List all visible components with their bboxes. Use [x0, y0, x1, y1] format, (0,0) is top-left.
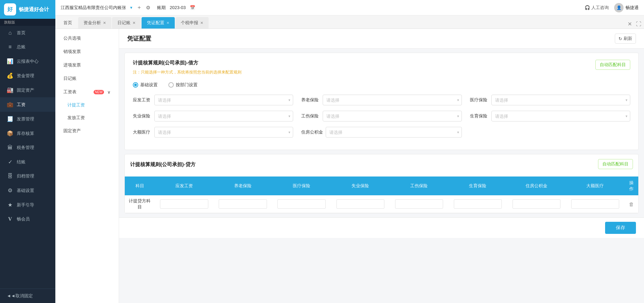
tab-journal-close[interactable]: ✕	[132, 21, 136, 25]
label-medical: 医疗保险	[470, 97, 489, 103]
auto-match-credit-button[interactable]: 自动匹配科目	[598, 159, 633, 169]
sidebar-item-settings[interactable]: ⚙ 基础设置	[0, 183, 55, 198]
user-menu[interactable]: 👤 畅捷通	[614, 3, 639, 12]
company-dropdown-icon[interactable]: ▾	[130, 5, 132, 10]
tab-home[interactable]: 首页	[58, 17, 77, 29]
td-unemployment-input[interactable]	[336, 199, 384, 209]
delete-row-button[interactable]: 🗑	[629, 201, 634, 207]
td-large-medical-input[interactable]	[571, 199, 619, 209]
sidebar-unpin-label: ◄◄取消固定	[7, 293, 33, 299]
select-unemployment[interactable]: 请选择	[154, 111, 293, 121]
app-name: 畅捷通好会计	[19, 6, 49, 12]
td-maternity-input[interactable]	[454, 199, 502, 209]
sidebar-item-reports[interactable]: 📊 云报表中心	[0, 54, 55, 68]
username: 畅捷通	[626, 5, 639, 11]
td-subject-label: 计提贷方科目	[125, 195, 155, 213]
sidebar-logo: 好 畅捷通好会计	[0, 0, 55, 19]
field-unemployment: 失业保险 请选择 ▾	[133, 111, 293, 121]
sidebar-label-closing: 结账	[17, 159, 25, 165]
expand-window-icon[interactable]: ⛶	[636, 21, 641, 27]
select-wage[interactable]: 请选择	[154, 95, 293, 105]
sidebar-item-assets[interactable]: 🏭 固定资产	[0, 83, 55, 97]
submenu-salary-table[interactable]: 工资表 NEW ∨	[55, 85, 119, 99]
sidebar-item-home[interactable]: ⌂ 首页	[0, 26, 55, 40]
invoices-icon: 🧾	[7, 116, 13, 122]
tab-journal-label: 日记账	[117, 20, 130, 26]
td-housing-fund-input[interactable]	[513, 199, 560, 209]
sidebar-item-closing[interactable]: ✓ 结账	[0, 155, 55, 169]
td-pension-input[interactable]	[219, 199, 267, 209]
submenu-pay-salary[interactable]: 发放工资	[55, 111, 119, 124]
field-wage: 应发工资 请选择 ▾	[133, 95, 293, 105]
tab-funds-label: 资金分析	[84, 20, 101, 26]
select-pension-wrapper: 请选择 ▾	[323, 95, 462, 105]
ledger-icon: ≡	[7, 44, 13, 50]
sidebar-unpin[interactable]: ◄◄取消固定	[0, 289, 55, 303]
sidebar-label-home: 首页	[17, 30, 25, 36]
th-large-medical: 大额医疗	[566, 176, 625, 195]
radio-basic[interactable]: 基础设置	[133, 82, 158, 88]
window-controls: ✕ ⛶	[628, 21, 641, 29]
add-company-button[interactable]: ＋	[137, 4, 142, 11]
th-pension: 养老保险	[213, 176, 272, 195]
page-header: 凭证配置 ↻ 刷新	[119, 29, 644, 49]
sidebar-item-inventory[interactable]: 📦 库存核算	[0, 126, 55, 141]
select-pension[interactable]: 请选择	[323, 95, 462, 105]
calendar-icon[interactable]: 📅	[190, 5, 195, 10]
save-button[interactable]: 保存	[605, 222, 636, 234]
submenu-calc-salary[interactable]: 计提工资	[55, 99, 119, 111]
sidebar-item-salary[interactable]: 💼 工资	[0, 97, 55, 112]
select-housing-fund[interactable]: 请选择	[326, 127, 462, 138]
sidebar-label-assets: 固定资产	[17, 87, 34, 93]
sidebar-item-funds[interactable]: 💰 资金管理	[0, 68, 55, 83]
select-maternity[interactable]: 请选择	[491, 111, 630, 121]
select-medical[interactable]: 请选择	[491, 95, 630, 105]
refresh-button[interactable]: ↻ 刷新	[615, 34, 636, 44]
submenu-fixed-assets[interactable]: 固定资产	[55, 124, 119, 138]
tab-tax[interactable]: 个税申报 ✕	[175, 17, 209, 29]
sidebar-item-archive[interactable]: 🗄 归档管理	[0, 169, 55, 183]
select-work-injury-wrapper: 请选择 ▾	[323, 111, 462, 121]
submenu-public[interactable]: 公共选项	[55, 32, 119, 45]
th-housing-fund: 住房公积金	[507, 176, 566, 195]
period-value: 2023-03	[170, 5, 186, 10]
page-content: 凭证配置 ↻ 刷新 计提核算规则(公司承担)-借方 注：只能选择一种方式，系统将…	[119, 29, 644, 303]
tab-voucher[interactable]: 凭证配置 ✕	[142, 17, 175, 29]
refresh-icon: ↻	[619, 36, 622, 41]
th-work-injury: 工伤保险	[390, 176, 448, 195]
home-icon: ⌂	[7, 30, 13, 36]
td-maternity-input-cell	[448, 195, 507, 213]
settings-icon: ⚙	[7, 187, 13, 194]
select-maternity-wrapper: 请选择 ▾	[491, 111, 630, 121]
radio-department[interactable]: 按部门设置	[168, 82, 198, 88]
app-logo-icon: 好	[4, 3, 16, 15]
sidebar-item-vip[interactable]: V 畅会员	[0, 212, 55, 226]
sidebar-item-guide[interactable]: ★ 新手引导	[0, 198, 55, 212]
tab-funds-close[interactable]: ✕	[103, 21, 106, 25]
tab-journal[interactable]: 日记账 ✕	[112, 17, 141, 29]
tab-tax-close[interactable]: ✕	[200, 21, 203, 25]
form-row-3: 大额医疗 请选择 ▾ 住房公积金 请选择	[133, 127, 630, 138]
select-large-medical-wrapper: 请选择 ▾	[154, 127, 293, 138]
tab-voucher-close[interactable]: ✕	[166, 21, 169, 25]
td-medical-input[interactable]	[277, 199, 325, 209]
closing-icon: ✓	[7, 159, 13, 165]
support-button[interactable]: 🎧 人工咨询	[585, 5, 609, 11]
sidebar-item-ledger[interactable]: ≡ 总账	[0, 40, 55, 54]
settings-button[interactable]: ⚙	[146, 5, 150, 11]
sidebar-item-invoices[interactable]: 🧾 发票管理	[0, 112, 55, 126]
section2-title: 计提核算规则(公司承担)-贷方	[130, 161, 196, 168]
td-work-injury-input[interactable]	[395, 199, 443, 209]
auto-match-debit-button[interactable]: 自动匹配科目	[595, 60, 630, 70]
submenu-journal[interactable]: 日记账	[55, 72, 119, 85]
submenu-purchase-invoice[interactable]: 进项发票	[55, 58, 119, 72]
select-work-injury[interactable]: 请选择	[323, 111, 462, 121]
close-window-icon[interactable]: ✕	[628, 21, 632, 27]
sidebar-item-tax[interactable]: 🏛 税务管理	[0, 141, 55, 155]
salary-icon: 💼	[7, 101, 13, 108]
select-large-medical[interactable]: 请选择	[154, 127, 293, 138]
tab-funds[interactable]: 资金分析 ✕	[78, 17, 111, 29]
reports-icon: 📊	[7, 58, 13, 64]
submenu-sales-invoice[interactable]: 销项发票	[55, 45, 119, 58]
td-wage-input[interactable]	[160, 199, 208, 209]
